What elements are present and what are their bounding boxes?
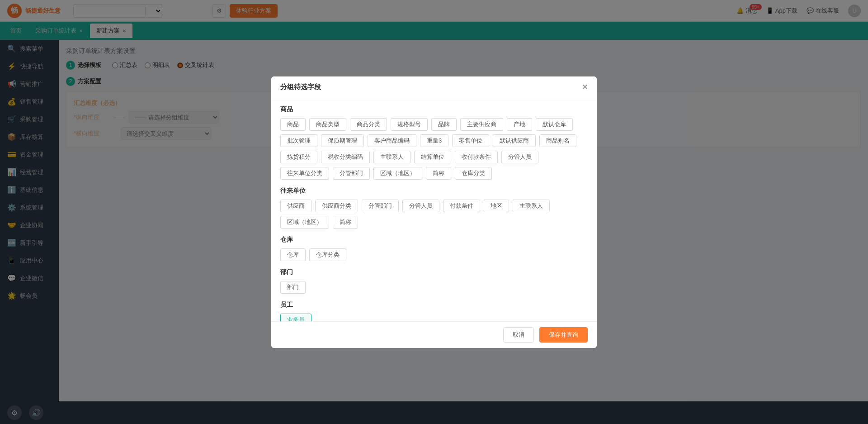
modal-close-button[interactable]: ✕: [582, 83, 588, 91]
field-tag-0-2[interactable]: 商品分类: [350, 118, 387, 131]
modal-footer: 取消 保存并查询: [271, 321, 597, 348]
modal-dialog: 分组待选字段 ✕ 商品商品商品类型商品分类规格型号品牌主要供应商产地默认仓库批次…: [271, 76, 597, 348]
field-tag-0-16[interactable]: 税收分类编码: [321, 151, 370, 163]
field-tag-1-8[interactable]: 简称: [333, 216, 358, 229]
field-tags-2: 仓库仓库分类: [280, 248, 588, 261]
field-tag-0-18[interactable]: 结算单位: [414, 151, 451, 163]
field-tag-0-24[interactable]: 简称: [426, 167, 451, 180]
field-tag-0-12[interactable]: 零售单位: [452, 134, 489, 147]
field-tag-1-6[interactable]: 主联系人: [513, 200, 550, 212]
section-title-4: 员工: [280, 301, 588, 309]
field-tag-1-5[interactable]: 地区: [484, 200, 509, 212]
field-tag-0-10[interactable]: 客户商品编码: [368, 134, 416, 147]
field-tag-0-20[interactable]: 分管人员: [501, 151, 538, 163]
field-tag-0-1[interactable]: 商品类型: [309, 118, 346, 131]
field-tag-0-6[interactable]: 产地: [507, 118, 532, 131]
field-tag-2-0[interactable]: 仓库: [280, 248, 306, 261]
modal-title: 分组待选字段: [280, 83, 321, 91]
field-tag-0-25[interactable]: 仓库分类: [455, 167, 492, 180]
field-tag-0-13[interactable]: 默认供应商: [493, 134, 536, 147]
field-tags-3: 部门: [280, 281, 588, 294]
field-tag-1-1[interactable]: 供应商分类: [315, 200, 358, 212]
field-tag-1-3[interactable]: 分管人员: [402, 200, 439, 212]
section-title-0: 商品: [280, 105, 588, 114]
field-tags-4: 业务员: [280, 314, 588, 321]
field-tag-0-8[interactable]: 批次管理: [280, 134, 317, 147]
field-tags-0: 商品商品类型商品分类规格型号品牌主要供应商产地默认仓库批次管理保质期管理客户商品…: [280, 118, 588, 180]
field-tag-0-4[interactable]: 品牌: [431, 118, 457, 131]
field-tag-0-14[interactable]: 商品别名: [539, 134, 576, 147]
field-tag-2-1[interactable]: 仓库分类: [309, 248, 346, 261]
field-tag-1-4[interactable]: 付款条件: [443, 200, 480, 212]
field-tag-0-9[interactable]: 保质期管理: [321, 134, 364, 147]
field-tag-1-0[interactable]: 供应商: [280, 200, 311, 212]
field-tag-0-21[interactable]: 往来单位分类: [280, 167, 329, 180]
field-tag-0-11[interactable]: 重量3: [420, 134, 448, 147]
field-tag-0-15[interactable]: 拣货积分: [280, 151, 317, 163]
field-tag-0-19[interactable]: 收付款条件: [455, 151, 498, 163]
section-title-1: 往来单位: [280, 187, 588, 195]
section-title-3: 部门: [280, 268, 588, 276]
confirm-button[interactable]: 保存并查询: [539, 327, 588, 343]
field-tag-0-23[interactable]: 区域（地区）: [373, 167, 422, 180]
field-tag-3-0[interactable]: 部门: [280, 281, 306, 294]
field-tag-0-0[interactable]: 商品: [280, 118, 306, 131]
field-tag-1-2[interactable]: 分管部门: [362, 200, 399, 212]
field-tag-0-5[interactable]: 主要供应商: [460, 118, 503, 131]
modal-overlay: 分组待选字段 ✕ 商品商品商品类型商品分类规格型号品牌主要供应商产地默认仓库批次…: [0, 0, 868, 424]
field-tag-0-22[interactable]: 分管部门: [333, 167, 370, 180]
field-tag-1-7[interactable]: 区域（地区）: [280, 216, 329, 229]
modal-body: 商品商品商品类型商品分类规格型号品牌主要供应商产地默认仓库批次管理保质期管理客户…: [271, 98, 597, 321]
field-tag-0-7[interactable]: 默认仓库: [536, 118, 573, 131]
cancel-button[interactable]: 取消: [503, 327, 534, 343]
field-tags-1: 供应商供应商分类分管部门分管人员付款条件地区主联系人区域（地区）简称: [280, 200, 588, 229]
field-tag-0-17[interactable]: 主联系人: [373, 151, 410, 163]
field-tag-4-0[interactable]: 业务员: [280, 314, 311, 321]
modal-header: 分组待选字段 ✕: [271, 76, 597, 98]
section-title-2: 仓库: [280, 236, 588, 244]
field-tag-0-3[interactable]: 规格型号: [391, 118, 428, 131]
